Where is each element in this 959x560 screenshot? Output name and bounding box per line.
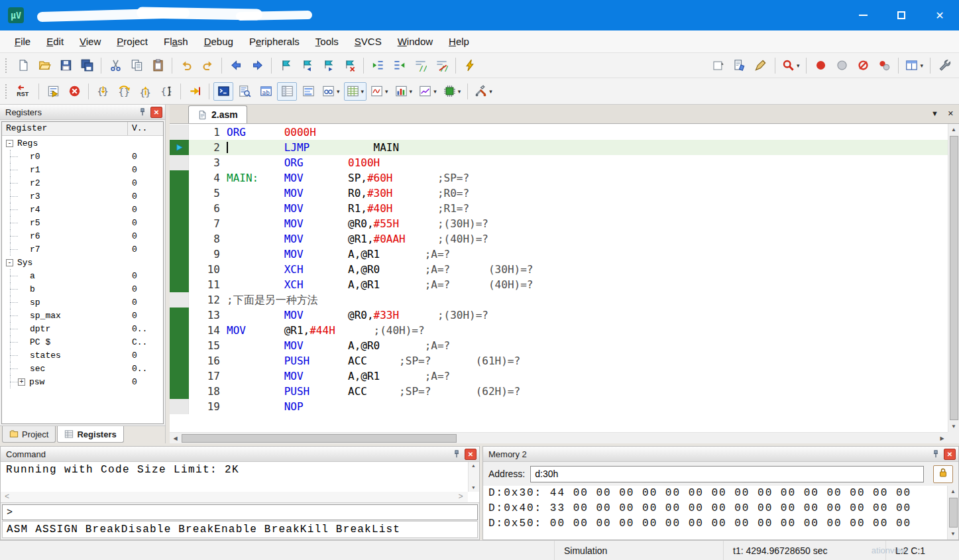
register-r5[interactable]: r50 xyxy=(2,216,163,229)
registers-close-button[interactable]: ✕ xyxy=(150,107,162,118)
dropdown-caret-icon[interactable]: ▾ xyxy=(433,88,437,95)
dropdown-caret-icon[interactable]: ▾ xyxy=(361,88,365,95)
open-button[interactable] xyxy=(34,56,54,75)
code-line-17[interactable]: 17 MOV A,@R1 ;A=? xyxy=(170,368,948,384)
menu-edit[interactable]: Edit xyxy=(38,32,72,50)
code-line-marker[interactable] xyxy=(170,368,189,384)
next-bookmark-button[interactable] xyxy=(318,56,338,75)
expander-icon[interactable]: - xyxy=(6,259,13,266)
code-line-marker[interactable] xyxy=(170,186,189,201)
redo-button[interactable] xyxy=(197,56,217,75)
save-all-button[interactable] xyxy=(77,56,97,75)
scroll-up-icon[interactable]: ▲ xyxy=(948,486,959,497)
watch-window-button[interactable]: ▾ xyxy=(319,82,343,101)
gutter-cell[interactable] xyxy=(170,155,189,170)
code-line-2[interactable]: 2 LJMP MAIN xyxy=(170,140,948,155)
register-r6[interactable]: r60 xyxy=(2,229,163,243)
menu-file[interactable]: File xyxy=(7,32,38,50)
register-sec[interactable]: sec0.. xyxy=(2,362,163,375)
scroll-right-icon[interactable]: ▶ xyxy=(936,433,948,444)
expander-icon[interactable]: - xyxy=(6,140,13,147)
code-line-7[interactable]: 7 MOV @R0,#55H ;(30H)=? xyxy=(170,216,948,231)
toolbar-grip[interactable] xyxy=(5,58,8,73)
clear-all-bookmarks-button[interactable] xyxy=(339,56,359,75)
register-r3[interactable]: r30 xyxy=(2,190,163,203)
memory-window-button[interactable]: ▾ xyxy=(344,82,367,101)
address-input[interactable]: d:30h xyxy=(530,466,924,482)
scroll-left-icon[interactable]: ◀ xyxy=(170,433,181,444)
code-line-19[interactable]: 19 NOP xyxy=(170,399,948,414)
code-line-marker[interactable] xyxy=(170,353,189,368)
code-line-marker[interactable] xyxy=(170,338,189,353)
editor-tab-2asm[interactable]: 2.asm xyxy=(188,105,247,123)
undo-button[interactable] xyxy=(176,56,196,75)
gutter-cell[interactable] xyxy=(170,125,189,140)
expander-icon[interactable]: + xyxy=(18,378,25,386)
menu-window[interactable]: Window xyxy=(390,32,441,50)
code-line-16[interactable]: 16 PUSH ACC ;SP=? (61H)=? xyxy=(170,353,948,368)
code-line-15[interactable]: 15 MOV A,@R0 ;A=? xyxy=(170,338,948,353)
code-line-10[interactable]: 10 XCH A,@R0 ;A=? (30H)=? xyxy=(170,262,948,277)
command-horizontal-scrollbar[interactable]: <> xyxy=(1,492,468,502)
close-button[interactable]: ✕ xyxy=(921,0,959,30)
memory-vertical-scrollbar[interactable]: ▲ ▼ xyxy=(947,486,958,539)
register-psw[interactable]: +psw0 xyxy=(2,375,163,388)
editor-horizontal-scrollbar[interactable]: ◀ ▶ xyxy=(170,432,948,443)
menu-view[interactable]: View xyxy=(72,32,109,50)
tab-list-dropdown-icon[interactable]: ▼ xyxy=(931,109,938,118)
dropdown-caret-icon[interactable]: ▾ xyxy=(458,88,461,95)
dropdown-caret-icon[interactable]: ▾ xyxy=(410,88,413,95)
insert-breakpoint-button[interactable] xyxy=(811,56,830,75)
code-line-marker[interactable] xyxy=(170,308,189,323)
callstack-window-button[interactable] xyxy=(298,82,318,101)
title-bar[interactable]: µV ✕ xyxy=(0,0,959,30)
document-properties-button[interactable] xyxy=(730,56,750,75)
gutter-cell[interactable] xyxy=(170,399,189,414)
code-line-marker[interactable] xyxy=(170,384,189,399)
window-layout-button[interactable]: ▾ xyxy=(903,56,926,75)
register-group-sys[interactable]: -Sys xyxy=(2,256,163,269)
scroll-left-icon[interactable]: < xyxy=(5,492,11,502)
configure-button[interactable] xyxy=(934,56,954,75)
scroll-down-icon[interactable]: ▼ xyxy=(948,421,959,432)
dropdown-caret-icon[interactable]: ▾ xyxy=(385,88,388,95)
code-line-3[interactable]: 3 ORG 0100H xyxy=(170,155,948,170)
code-line-18[interactable]: 18 PUSH ACC ;SP=? (62H)=? xyxy=(170,384,948,399)
step-over-button[interactable]: {} xyxy=(114,82,134,101)
dropdown-caret-icon[interactable]: ▾ xyxy=(920,62,923,69)
symbols-window-button[interactable]: ab xyxy=(256,82,276,101)
code-line-6[interactable]: 6 MOV R1,#40H ;R1=? xyxy=(170,201,948,216)
scroll-down-icon[interactable]: ▼ xyxy=(472,485,476,490)
disable-all-breakpoints-button[interactable] xyxy=(874,56,894,75)
register-b[interactable]: b0 xyxy=(2,282,163,296)
scroll-down-icon[interactable]: ▼ xyxy=(948,528,959,539)
save-button[interactable] xyxy=(56,56,76,75)
comment-selection-button[interactable]: // xyxy=(410,56,430,75)
reset-cpu-button[interactable]: RST xyxy=(13,82,34,101)
menu-flash[interactable]: Flash xyxy=(156,32,196,50)
new-file-button[interactable] xyxy=(13,56,33,75)
registers-pin-icon[interactable] xyxy=(137,107,148,118)
register-dptr[interactable]: dptr0.. xyxy=(2,322,163,335)
menu-peripherals[interactable]: Peripherals xyxy=(241,32,308,50)
code-line-marker[interactable] xyxy=(170,262,189,277)
register-states[interactable]: states0 xyxy=(2,349,163,362)
toolbox-button[interactable]: ▾ xyxy=(472,82,495,101)
system-viewer-button[interactable]: ▾ xyxy=(441,82,464,101)
register-group-regs[interactable]: -Regs xyxy=(2,137,163,150)
step-out-button[interactable]: {} xyxy=(135,82,155,101)
navigate-forward-button[interactable] xyxy=(247,56,267,75)
uncomment-selection-button[interactable]: // xyxy=(431,56,451,75)
show-next-statement-button[interactable] xyxy=(43,82,63,101)
tab-registers[interactable]: Registers xyxy=(57,426,123,443)
analysis-window-button[interactable]: ▾ xyxy=(392,82,416,101)
memory-pin-icon[interactable] xyxy=(930,449,942,460)
code-line-14[interactable]: 14MOV @R1,#44H ;(40H)=? xyxy=(170,323,948,338)
register-r1[interactable]: r10 xyxy=(2,163,163,176)
code-line-marker[interactable] xyxy=(170,231,189,247)
cut-button[interactable] xyxy=(105,56,125,75)
dropdown-caret-icon[interactable]: ▾ xyxy=(337,88,340,95)
disassembly-window-button[interactable] xyxy=(235,82,254,101)
menu-project[interactable]: Project xyxy=(109,32,156,50)
flash-download-button[interactable] xyxy=(460,56,480,75)
